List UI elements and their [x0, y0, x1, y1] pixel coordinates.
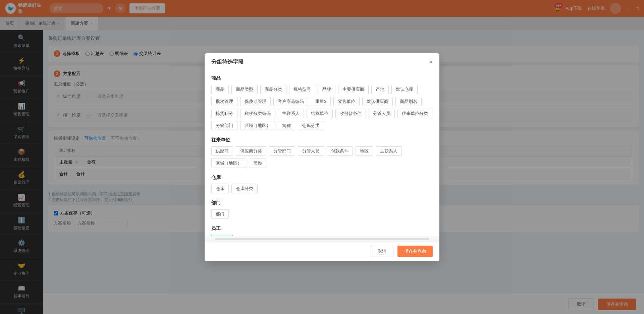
modal-close-button[interactable]: × — [429, 59, 433, 65]
section-title-employee: 员工 — [211, 226, 433, 232]
field-tag[interactable]: 仓库分类 — [298, 121, 324, 130]
field-section-products: 商品 商品 商品类型 商品分类 规格型号 品牌 主要供应商 产地 默认仓库 批次… — [211, 75, 433, 130]
field-tag[interactable]: 结算单位 — [307, 109, 333, 118]
field-tag[interactable]: 仓库 — [211, 184, 229, 193]
section-title-contacts: 往来单位 — [211, 137, 433, 143]
field-tag[interactable]: 规格型号 — [289, 85, 315, 94]
field-tag[interactable]: 区域（地区） — [211, 159, 246, 168]
field-tag[interactable]: 客户商品编码 — [273, 97, 308, 106]
field-tag[interactable]: 产地 — [371, 85, 389, 94]
modal-overlay: 分组待选字段 × 商品 商品 商品类型 商品分类 规格型号 品牌 主要供应商 产… — [0, 0, 644, 314]
field-tag[interactable]: 主联系人 — [278, 109, 304, 118]
modal-dialog: 分组待选字段 × 商品 商品 商品类型 商品分类 规格型号 品牌 主要供应商 产… — [205, 53, 439, 261]
section-title-dept: 部门 — [211, 200, 433, 206]
field-tag[interactable]: 部门 — [211, 209, 229, 219]
field-tag[interactable]: 分管人员 — [298, 146, 324, 156]
field-tag[interactable]: 往来单位分类 — [397, 109, 432, 118]
field-tag[interactable]: 重量3 — [311, 97, 331, 106]
field-tag[interactable]: 默认仓库 — [391, 85, 418, 94]
modal-header: 分组待选字段 × — [205, 53, 439, 70]
field-tag[interactable]: 商品 — [211, 85, 229, 94]
field-tag[interactable]: 仓库分类 — [231, 184, 258, 193]
field-section-warehouse: 仓库 仓库 仓库分类 — [211, 175, 433, 193]
field-tag[interactable]: 简称 — [249, 159, 266, 168]
field-tag[interactable]: 商品分类 — [260, 85, 286, 94]
field-tags-warehouse: 仓库 仓库分类 — [211, 184, 433, 193]
modal-cancel-button[interactable]: 取消 — [371, 246, 393, 257]
field-tag[interactable]: 分管部门 — [269, 146, 295, 156]
modal-title: 分组待选字段 — [211, 59, 244, 66]
field-tag[interactable]: 拣货积分 — [211, 109, 237, 118]
field-tag[interactable]: 收付款条件 — [335, 109, 366, 118]
field-tag[interactable]: 商品类型 — [231, 85, 258, 94]
field-tag[interactable]: 分管人员 — [369, 109, 395, 118]
field-section-contacts: 往来单位 供应商 供应商分类 分管部门 分管人员 付款条件 地区 主联系人 区域… — [211, 137, 433, 168]
field-tag[interactable]: 默认供应商 — [362, 97, 393, 106]
field-section-dept: 部门 部门 — [211, 200, 433, 219]
field-tag[interactable]: 零售单位 — [333, 97, 360, 106]
field-section-employee: 员工 业务员 — [211, 226, 433, 236]
field-tag[interactable]: 地区 — [356, 146, 373, 156]
field-tag[interactable]: 品牌 — [318, 85, 335, 94]
field-tag[interactable]: 简称 — [278, 121, 295, 130]
modal-scroll-bottom — [205, 236, 439, 241]
field-tag[interactable]: 付款条件 — [327, 146, 353, 156]
field-tag[interactable]: 区域（地区） — [240, 121, 275, 130]
field-tag[interactable]: 供应商分类 — [236, 146, 266, 156]
field-tags-dept: 部门 — [211, 209, 433, 219]
field-tag[interactable]: 批次管理 — [211, 97, 237, 106]
field-tag[interactable]: 主联系人 — [376, 146, 402, 156]
modal-footer: 取消 保存并查询 — [205, 241, 439, 261]
horizontal-scrollbar[interactable] — [215, 238, 429, 240]
field-tag[interactable]: 分管部门 — [211, 121, 237, 130]
field-tags-products: 商品 商品类型 商品分类 规格型号 品牌 主要供应商 产地 默认仓库 批次管理 … — [211, 85, 433, 130]
modal-body: 商品 商品 商品类型 商品分类 规格型号 品牌 主要供应商 产地 默认仓库 批次… — [205, 70, 439, 236]
field-tag[interactable]: 商品别名 — [395, 97, 422, 106]
field-tag[interactable]: 主要供应商 — [338, 85, 369, 94]
section-title-products: 商品 — [211, 75, 433, 81]
modal-save-button[interactable]: 保存并查询 — [397, 246, 433, 257]
field-tag[interactable]: 税收分类编码 — [240, 109, 275, 118]
section-title-warehouse: 仓库 — [211, 175, 433, 181]
field-tag[interactable]: 保质期管理 — [240, 97, 271, 106]
field-tags-contacts: 供应商 供应商分类 分管部门 分管人员 付款条件 地区 主联系人 区域（地区） … — [211, 146, 433, 168]
field-tag[interactable]: 供应商 — [211, 146, 233, 156]
